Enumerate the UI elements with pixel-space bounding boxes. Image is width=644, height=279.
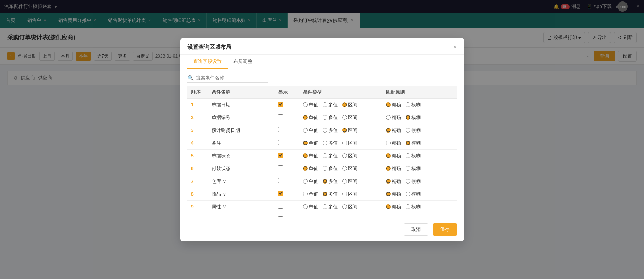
- fields-table: 顺序 条件名称 显示 条件类型 匹配原则 1单据日期单值多值区间精确模糊2单据编…: [187, 86, 457, 91]
- search-icon: 🔍: [187, 75, 194, 81]
- modal-tab-fields[interactable]: 查询字段设置: [187, 55, 228, 69]
- modal-dialog: 设置查询区域布局 × 查询字段设置 布局调整 🔍 顺序: [180, 38, 464, 91]
- th-order: 顺序: [187, 86, 208, 91]
- modal-title: 设置查询区域布局: [187, 44, 231, 51]
- modal-close-btn[interactable]: ×: [453, 44, 457, 50]
- th-match: 匹配原则: [382, 86, 457, 91]
- search-input[interactable]: [196, 75, 268, 80]
- th-name: 条件名称: [208, 86, 274, 91]
- table-header-row: 顺序 条件名称 显示 条件类型 匹配原则: [187, 86, 457, 91]
- search-wrap: 🔍: [187, 74, 268, 83]
- modal-tabs: 查询字段设置 布局调整: [180, 55, 464, 69]
- modal-tab-layout-label: 布局调整: [233, 59, 252, 64]
- th-show: 显示: [274, 86, 299, 91]
- modal-header: 设置查询区域布局 ×: [180, 38, 464, 55]
- modal-overlay: 设置查询区域布局 × 查询字段设置 布局调整 🔍 顺序: [0, 0, 644, 91]
- th-type: 条件类型: [299, 86, 382, 91]
- modal-table-wrap: 顺序 条件名称 显示 条件类型 匹配原则 1单据日期单值多值区间精确模糊2单据编…: [180, 86, 464, 91]
- modal-search-area: 🔍: [180, 69, 464, 86]
- modal-tab-fields-label: 查询字段设置: [193, 59, 222, 64]
- modal-tab-layout[interactable]: 布局调整: [228, 55, 258, 69]
